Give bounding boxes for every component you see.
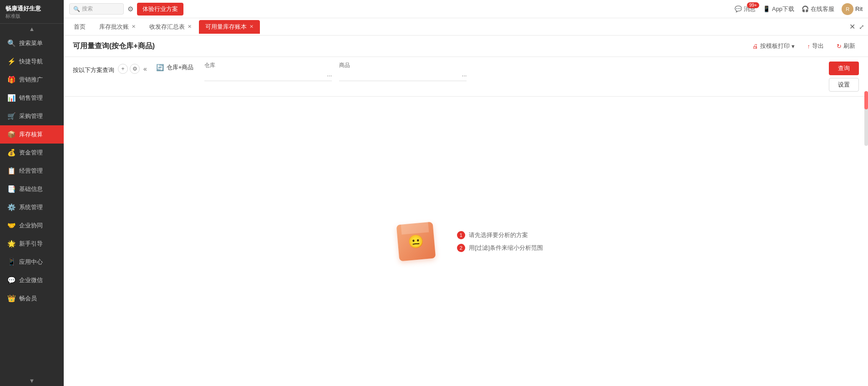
sidebar-item-label: 采购管理 xyxy=(19,112,43,120)
refresh-button[interactable]: ↻ 刷新 xyxy=(833,40,859,52)
topbar-search-box[interactable]: 🔍 搜索 xyxy=(69,3,124,15)
right-scrollbar[interactable] xyxy=(864,91,868,146)
sidebar-item-purchase[interactable]: 🛒 采购管理 xyxy=(0,107,64,125)
empty-box-face-icon: 😐 xyxy=(407,233,425,250)
page-header: 可用量查询(按仓库+商品) 🖨 按模板打印 ▾ ↑ 导出 ↻ 刷新 xyxy=(64,36,868,57)
app-download-icon: 📱 xyxy=(763,5,770,12)
sidebar-item-label: 快捷导航 xyxy=(19,57,43,66)
settings-button[interactable]: 设置 xyxy=(829,78,859,92)
tab-receipt_summary[interactable]: 收发存汇总表✕ xyxy=(143,20,198,34)
customer-service-button[interactable]: 🎧 在线客服 xyxy=(802,5,834,13)
sidebar-item-label: 应用中心 xyxy=(19,258,43,266)
sidebar-item-finance[interactable]: 💰 资金管理 xyxy=(0,144,64,162)
headset-icon: 🎧 xyxy=(802,5,809,12)
export-label: 导出 xyxy=(812,42,824,50)
tab-close-icon[interactable]: ✕ xyxy=(249,24,254,30)
app-download-label: App下载 xyxy=(772,5,794,13)
sidebar-item-system[interactable]: ⚙️ 系统管理 xyxy=(0,198,64,216)
export-button[interactable]: ↑ 导出 xyxy=(804,40,828,52)
warehouse-input[interactable] xyxy=(204,72,324,79)
query-button[interactable]: 查询 xyxy=(829,62,859,75)
sidebar-item-shortcut[interactable]: ⚡ 快捷导航 xyxy=(0,52,64,71)
sidebar-item-label: 销售管理 xyxy=(19,94,43,102)
search-icon: 🔍 xyxy=(7,39,15,47)
sidebar-item-basic[interactable]: 📑 基础信息 xyxy=(0,180,64,198)
print-icon: 🖨 xyxy=(752,43,758,50)
filter-scheme-list: 🔄 仓库+商品 xyxy=(152,62,198,73)
filter-add-button[interactable]: + xyxy=(118,64,128,74)
tab-expand-button[interactable]: ⤢ xyxy=(859,23,864,31)
tab-batch_account[interactable]: 库存批次账✕ xyxy=(93,20,142,34)
scheme-label: 仓库+商品 xyxy=(167,63,194,72)
step-2-circle: 2 xyxy=(457,244,465,252)
sidebar-item-label: 企业微信 xyxy=(19,276,43,284)
step-1-circle: 1 xyxy=(457,231,465,239)
scheme-icon: 🔄 xyxy=(156,64,164,71)
tabbar: 首页库存批次账✕收发存汇总表✕可用量库存账本✕ ✕ ⤢ xyxy=(64,18,868,36)
page-title: 可用量查询(按仓库+商品) xyxy=(73,41,155,51)
product-more-button[interactable]: ··· xyxy=(462,72,467,79)
finance-icon: 💰 xyxy=(7,149,15,157)
empty-step-1: 1 请先选择要分析的方案 xyxy=(457,231,543,239)
tab-label: 库存批次账 xyxy=(99,23,129,31)
filter-left: 按以下方案查询 + ⚙ « 🔄 仓库+商品 xyxy=(73,62,197,79)
filter-right-actions: 查询 设置 xyxy=(829,62,859,92)
warehouse-more-button[interactable]: ··· xyxy=(327,72,332,79)
empty-box-graphic: 😐 xyxy=(396,221,436,261)
app-download-button[interactable]: 📱 App下载 xyxy=(763,5,794,13)
filter-collapse-button[interactable]: « xyxy=(142,63,149,74)
topbar: 🔍 搜索 ⚙ 体验行业方案 💬 消息 99+ 📱 App下载 🎧 在线客服 R … xyxy=(64,0,868,18)
user-menu-button[interactable]: R Rit xyxy=(842,3,863,15)
product-input-container: ··· xyxy=(339,70,467,81)
tab-available_stock[interactable]: 可用量库存账本✕ xyxy=(199,20,260,34)
tab-close-icon[interactable]: ✕ xyxy=(188,24,192,30)
sidebar-scroll-up[interactable]: ▲ xyxy=(0,24,64,34)
tab-label: 可用量库存账本 xyxy=(205,23,247,31)
sidebar-item-label: 库存核算 xyxy=(19,130,43,139)
warehouse-field-label: 仓库 xyxy=(204,62,332,69)
filter-area: 按以下方案查询 + ⚙ « 🔄 仓库+商品 仓库 ··· xyxy=(64,57,868,97)
industry-solution-button[interactable]: 体验行业方案 xyxy=(137,3,183,15)
sidebar-item-guide[interactable]: 🌟 新手引导 xyxy=(0,235,64,253)
sidebar-item-app_center[interactable]: 📱 应用中心 xyxy=(0,253,64,271)
sidebar-item-wechat[interactable]: 💬 企业微信 xyxy=(0,271,64,289)
sidebar-item-label: 经营管理 xyxy=(19,167,43,175)
sidebar-item-member[interactable]: 👑 畅会员 xyxy=(0,289,64,308)
topbar-right: 💬 消息 99+ 📱 App下载 🎧 在线客服 R Rit xyxy=(735,3,863,15)
tab-home[interactable]: 首页 xyxy=(67,20,92,34)
product-input[interactable] xyxy=(339,72,459,79)
sidebar-scroll-down[interactable]: ▼ xyxy=(0,376,64,386)
guide-icon: 🌟 xyxy=(7,240,15,248)
content-area: 😐 1 请先选择要分析的方案 2 用[过滤]条件来缩小分析范围 xyxy=(64,97,868,386)
print-button[interactable]: 🖨 按模板打印 ▾ xyxy=(749,40,798,52)
print-dropdown-icon[interactable]: ▾ xyxy=(792,43,795,50)
print-label: 按模板打印 xyxy=(760,42,790,50)
app_center-icon: 📱 xyxy=(7,258,15,266)
sidebar-item-search[interactable]: 🔍 搜索菜单 xyxy=(0,34,64,52)
warehouse-input-container: ··· xyxy=(204,70,332,81)
message-button[interactable]: 💬 消息 99+ xyxy=(735,5,756,13)
sidebar-item-inventory[interactable]: 📦 库存核算 xyxy=(0,125,64,144)
tab-close-all-button[interactable]: ✕ xyxy=(849,22,855,31)
step-2-text: 用[过滤]条件来缩小分析范围 xyxy=(469,244,543,252)
sidebar-item-marketing[interactable]: 🎁 营销推广 xyxy=(0,71,64,89)
step-1-text: 请先选择要分析的方案 xyxy=(469,231,528,239)
product-field-label: 商品 xyxy=(339,62,467,69)
tab-label: 收发存汇总表 xyxy=(149,23,185,31)
sidebar-item-operation[interactable]: 📋 经营管理 xyxy=(0,162,64,180)
refresh-label: 刷新 xyxy=(843,42,855,50)
filter-settings-button[interactable]: ⚙ xyxy=(130,64,140,74)
sidebar-item-sales[interactable]: 📊 销售管理 xyxy=(0,89,64,107)
filter-fields: 仓库 ··· 商品 ··· xyxy=(197,62,829,81)
operation-icon: 📋 xyxy=(7,167,15,175)
topbar-gear-icon[interactable]: ⚙ xyxy=(127,5,133,13)
member-icon: 👑 xyxy=(7,294,15,303)
avatar: R xyxy=(842,3,853,15)
refresh-icon: ↻ xyxy=(837,43,842,50)
tab-close-icon[interactable]: ✕ xyxy=(132,24,136,30)
scheme-warehouse-product[interactable]: 🔄 仓库+商品 xyxy=(152,62,198,73)
search-placeholder: 搜索 xyxy=(82,5,93,13)
sidebar-item-enterprise[interactable]: 🤝 企业协同 xyxy=(0,216,64,235)
user-name: Rit xyxy=(855,5,863,12)
tabbar-right: ✕ ⤢ xyxy=(849,22,864,31)
